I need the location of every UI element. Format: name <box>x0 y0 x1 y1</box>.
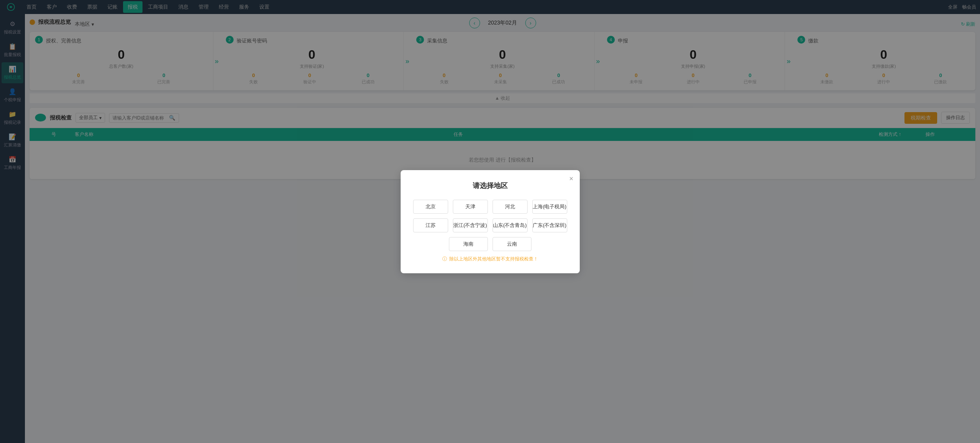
modal-overlay[interactable]: × 请选择地区 北京天津河北上海(电子税局) 江苏浙江(不含宁波)山东(不含青岛… <box>0 0 980 443</box>
region-btn-江苏[interactable]: 江苏 <box>413 218 448 232</box>
region-btn-河北[interactable]: 河北 <box>493 200 528 214</box>
region-row3: 海南云南 <box>413 237 567 251</box>
modal-title: 请选择地区 <box>413 181 567 190</box>
region-btn-海南[interactable]: 海南 <box>449 237 488 251</box>
region-btn-上海(电子税局)[interactable]: 上海(电子税局) <box>532 200 567 214</box>
modal-warning: ⓘ 除以上地区外其他地区暂不支持报税检查！ <box>413 256 567 262</box>
region-btn-浙江(不含宁波)[interactable]: 浙江(不含宁波) <box>453 218 488 232</box>
region-btn-广东(不含深圳)[interactable]: 广东(不含深圳) <box>532 218 567 232</box>
region-modal: × 请选择地区 北京天津河北上海(电子税局) 江苏浙江(不含宁波)山东(不含青岛… <box>401 170 580 273</box>
region-btn-山东(不含青岛)[interactable]: 山东(不含青岛) <box>493 218 528 232</box>
modal-close-btn[interactable]: × <box>569 175 574 183</box>
region-btn-北京[interactable]: 北京 <box>413 200 448 214</box>
region-row2: 江苏浙江(不含宁波)山东(不含青岛)广东(不含深圳) <box>413 218 567 232</box>
warning-text: 除以上地区外其他地区暂不支持报税检查！ <box>449 256 538 262</box>
region-row1: 北京天津河北上海(电子税局) <box>413 200 567 214</box>
region-btn-天津[interactable]: 天津 <box>453 200 488 214</box>
region-btn-云南[interactable]: 云南 <box>493 237 531 251</box>
warning-icon: ⓘ <box>442 256 447 262</box>
